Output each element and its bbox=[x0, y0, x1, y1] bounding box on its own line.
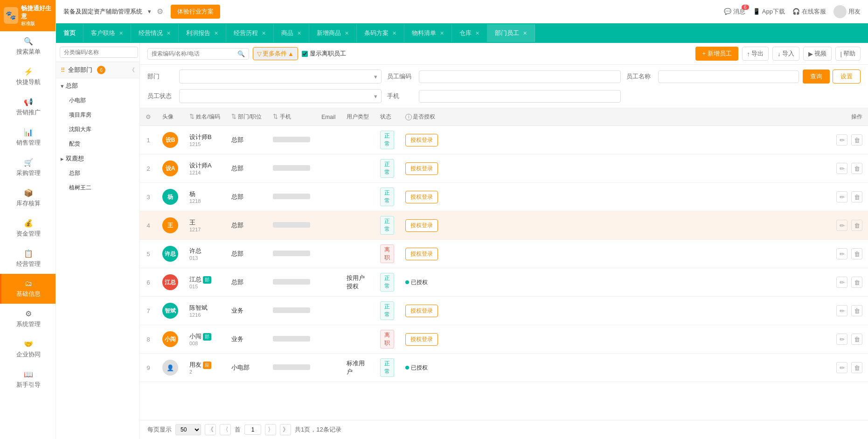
tab-bom[interactable]: 物料清单✕ bbox=[404, 24, 452, 42]
tree-item-peihuo[interactable]: 配货 bbox=[56, 137, 139, 151]
empstatus-filter-select[interactable]: ▾ bbox=[179, 89, 382, 103]
sidebar-item-sales[interactable]: 📊 销售管理 bbox=[0, 122, 56, 153]
sidebar-item-purchase[interactable]: 🛒 采购管理 bbox=[0, 153, 56, 183]
tab-department[interactable]: 部门员工✕ bbox=[487, 24, 535, 42]
tab-operation-status[interactable]: 经营情况✕ bbox=[131, 24, 179, 42]
edit-button[interactable]: ✏ bbox=[836, 305, 847, 316]
help-button[interactable]: | 帮助 bbox=[835, 47, 861, 61]
sidebar-item-guide[interactable]: 📖 新手引导 bbox=[0, 364, 56, 395]
sidebar-item-collab[interactable]: 🤝 企业协同 bbox=[0, 334, 56, 364]
show-resigned-label[interactable]: 显示离职员工 bbox=[302, 49, 346, 58]
tab-warehouse-close[interactable]: ✕ bbox=[475, 30, 479, 36]
tab-customer[interactable]: 客户联络✕ bbox=[83, 24, 131, 42]
sidebar-item-inventory[interactable]: 📦 库存核算 bbox=[0, 183, 56, 213]
tab-customer-close[interactable]: ✕ bbox=[119, 30, 123, 36]
app-download-button[interactable]: 📱 App下载 bbox=[753, 7, 785, 16]
empcode-filter-input[interactable] bbox=[419, 70, 621, 83]
tab-department-close[interactable]: ✕ bbox=[523, 30, 527, 36]
edit-button[interactable]: ✏ bbox=[836, 191, 847, 202]
sidebar-item-search[interactable]: 🔍 搜索菜单 bbox=[0, 31, 56, 62]
show-resigned-checkbox[interactable] bbox=[302, 51, 308, 57]
edit-button[interactable]: ✏ bbox=[836, 362, 847, 373]
tab-new-product-close[interactable]: ✕ bbox=[345, 30, 349, 36]
phone-filter-input[interactable] bbox=[419, 90, 621, 103]
tree-item-xiaodibu[interactable]: 小电部 bbox=[56, 93, 139, 108]
search-input[interactable] bbox=[152, 50, 236, 57]
auth-login-button[interactable]: 授权登录 bbox=[405, 134, 438, 146]
edit-button[interactable]: ✏ bbox=[836, 134, 847, 146]
delete-button[interactable]: 🗑 bbox=[851, 191, 862, 202]
tab-barcode-close[interactable]: ✕ bbox=[392, 30, 396, 36]
delete-button[interactable]: 🗑 bbox=[851, 277, 862, 288]
delete-button[interactable]: 🗑 bbox=[851, 220, 862, 231]
tree-item-zongbu[interactable]: ▾ 总部 bbox=[56, 78, 139, 93]
first-page-button[interactable]: 《 bbox=[205, 424, 216, 435]
dept-search-input[interactable] bbox=[60, 47, 138, 58]
sidebar-item-quicknav[interactable]: ⚡ 快捷导航 bbox=[0, 62, 56, 92]
tab-new-product[interactable]: 新增商品✕ bbox=[309, 24, 357, 42]
system-title-dropdown[interactable]: ▾ bbox=[148, 8, 151, 15]
sidebar-item-system[interactable]: ⚙ 系统管理 bbox=[0, 304, 56, 334]
tree-item-xiangmukufang[interactable]: 项目库房 bbox=[56, 108, 139, 122]
auth-login-button[interactable]: 授权登录 bbox=[405, 162, 438, 175]
edit-button[interactable]: ✏ bbox=[836, 277, 847, 288]
sidebar-item-operation[interactable]: 📋 经营管理 bbox=[0, 244, 56, 274]
page-size-select[interactable]: 50 100 200 bbox=[175, 424, 201, 435]
more-filters-button[interactable]: ▽ 更多条件 ▲ bbox=[253, 47, 298, 60]
tree-item-shuanglu[interactable]: ▸ 双鹿想 bbox=[56, 151, 139, 166]
delete-button[interactable]: 🗑 bbox=[851, 134, 862, 146]
tab-warehouse[interactable]: 仓库✕ bbox=[452, 24, 487, 42]
message-button[interactable]: 💬 消息 6 bbox=[724, 7, 745, 16]
tab-barcode[interactable]: 条码方案✕ bbox=[357, 24, 404, 42]
add-employee-button[interactable]: + 新增员工 bbox=[695, 47, 738, 61]
online-service-button[interactable]: 🎧 在线客服 bbox=[792, 7, 826, 16]
search-icon[interactable]: 🔍 bbox=[237, 50, 245, 57]
tab-experience[interactable]: 经营历程✕ bbox=[226, 24, 274, 42]
tab-profit-close[interactable]: ✕ bbox=[214, 30, 218, 36]
auth-login-button[interactable]: 授权登录 bbox=[405, 305, 438, 317]
prev-page-button[interactable]: 〈 bbox=[220, 424, 231, 435]
tab-bom-close[interactable]: ✕ bbox=[440, 30, 444, 36]
edit-button[interactable]: ✏ bbox=[836, 220, 847, 231]
delete-button[interactable]: 🗑 bbox=[851, 163, 862, 174]
col-settings[interactable]: ⚙ bbox=[140, 108, 157, 126]
sidebar-item-marketing[interactable]: 📢 营销推广 bbox=[0, 92, 56, 122]
view-button[interactable]: ▶ 视频 bbox=[803, 47, 832, 61]
delete-button[interactable]: 🗑 bbox=[851, 248, 862, 259]
sidebar-item-finance[interactable]: 💰 资金管理 bbox=[0, 213, 56, 244]
collapse-panel-button[interactable]: 《 bbox=[129, 66, 135, 74]
tab-experience-close[interactable]: ✕ bbox=[262, 30, 266, 36]
page-number-input[interactable] bbox=[244, 425, 261, 435]
tab-home[interactable]: 首页 bbox=[56, 24, 83, 42]
edit-button[interactable]: ✏ bbox=[836, 334, 847, 345]
tab-product-close[interactable]: ✕ bbox=[297, 30, 301, 36]
tree-item-zongbu2[interactable]: 总部 bbox=[56, 166, 139, 181]
edit-button[interactable]: ✏ bbox=[836, 248, 847, 259]
last-page-button[interactable]: 》 bbox=[280, 424, 291, 435]
tree-item-zhishuwanger[interactable]: 植树王二 bbox=[56, 181, 139, 195]
auth-login-button[interactable]: 授权登录 bbox=[405, 333, 438, 346]
set-button[interactable]: 设置 bbox=[833, 70, 861, 84]
auth-login-button[interactable]: 授权登录 bbox=[405, 219, 438, 232]
delete-button[interactable]: 🗑 bbox=[851, 362, 862, 373]
delete-button[interactable]: 🗑 bbox=[851, 305, 862, 316]
auth-login-button[interactable]: 授权登录 bbox=[405, 248, 438, 260]
query-button[interactable]: 查询 bbox=[803, 70, 830, 84]
settings-gear-icon[interactable]: ⚙ bbox=[157, 7, 163, 16]
auth-login-button[interactable]: 授权登录 bbox=[405, 191, 438, 203]
export-button[interactable]: ↑ 导出 bbox=[742, 47, 769, 61]
user-profile-button[interactable]: 用友 bbox=[833, 5, 861, 18]
edit-button[interactable]: ✏ bbox=[836, 163, 847, 174]
dept-filter-select[interactable]: ▾ bbox=[179, 70, 382, 84]
empname-filter-input[interactable] bbox=[658, 70, 799, 83]
tab-operation-close[interactable]: ✕ bbox=[167, 30, 171, 36]
sidebar-item-basic[interactable]: 🗂 基础信息 bbox=[0, 274, 56, 304]
tab-profit[interactable]: 利润报告✕ bbox=[179, 24, 226, 42]
tab-product[interactable]: 商品✕ bbox=[274, 24, 309, 42]
delete-button[interactable]: 🗑 bbox=[851, 334, 862, 345]
import-button[interactable]: ↓ 导入 bbox=[772, 47, 799, 61]
trial-button[interactable]: 体验行业方案 bbox=[171, 5, 220, 19]
settings-icon[interactable]: ⚙ bbox=[146, 113, 151, 120]
next-page-button[interactable]: 〉 bbox=[265, 424, 276, 435]
tree-item-shenyangdaku[interactable]: 沈阳大库 bbox=[56, 122, 139, 137]
